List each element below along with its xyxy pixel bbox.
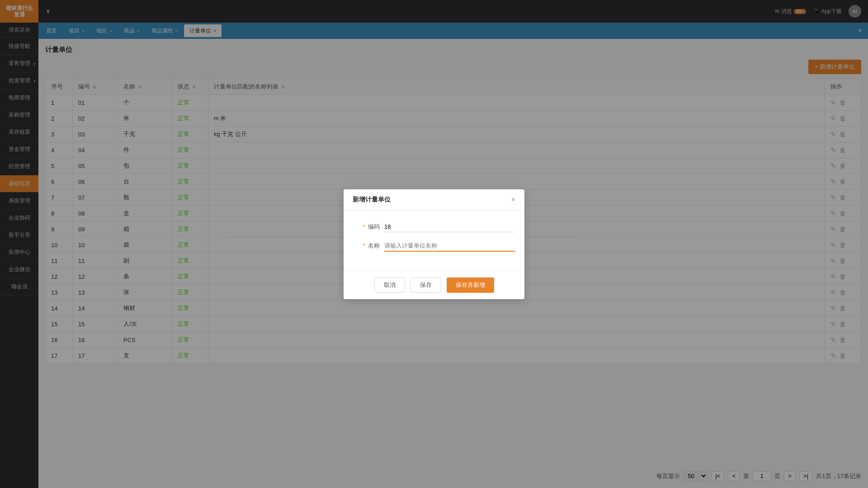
required-mark: * xyxy=(363,223,365,230)
modal-body: * 编码 * 名称 xyxy=(344,211,524,271)
modal-header: 新增计量单位 × xyxy=(344,189,524,211)
save-btn[interactable]: 保存 xyxy=(410,277,441,293)
code-label: * 编码 xyxy=(353,223,380,231)
cancel-btn[interactable]: 取消 xyxy=(374,277,405,293)
form-row-name: * 名称 xyxy=(353,240,515,252)
name-label: * 名称 xyxy=(353,242,380,250)
add-unit-modal: 新增计量单位 × * 编码 * 名称 取消 保存 保存并新增 xyxy=(344,189,524,299)
form-row-code: * 编码 xyxy=(353,221,515,232)
modal-close-btn[interactable]: × xyxy=(511,196,515,204)
save-and-new-btn[interactable]: 保存并新增 xyxy=(447,277,494,293)
name-input[interactable] xyxy=(384,240,515,252)
modal-title: 新增计量单位 xyxy=(353,196,391,204)
modal-overlay: 新增计量单位 × * 编码 * 名称 取消 保存 保存并新增 xyxy=(0,0,868,488)
code-input[interactable] xyxy=(384,221,515,232)
required-mark-name: * xyxy=(363,242,365,249)
modal-footer: 取消 保存 保存并新增 xyxy=(344,271,524,299)
